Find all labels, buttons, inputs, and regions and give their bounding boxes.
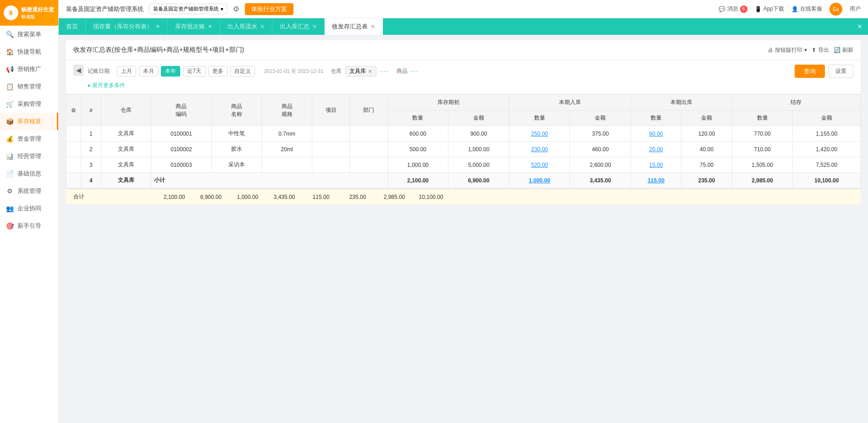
col-balance-qty: 数量 [732, 110, 793, 126]
total-opening-qty: 2,100.00 [156, 194, 193, 200]
col-opening-qty: 数量 [387, 110, 448, 126]
user-label: 用户 [850, 5, 861, 13]
tab-label: 收发存汇总表 [332, 22, 368, 31]
sidebar-item-营销推广[interactable]: 📢营销推广 [0, 60, 58, 78]
table-subtotal-row: 4 文具库 小计 2,100.00 6,900.00 1,000.00 3,43… [66, 173, 861, 188]
col-code: 商品编码 [151, 95, 212, 126]
date-btn-更多[interactable]: 更多 [208, 66, 227, 77]
page-content: 收发存汇总表(按仓库+商品编码+商品+规格型号+项目+部门) 🖨 按钮版打印 ▾… [59, 35, 868, 423]
refresh-action[interactable]: 🔄 刷新 [834, 46, 853, 54]
sidebar-label: 基础信息 [17, 170, 41, 178]
tab-出入库流水[interactable]: 出入库流水✕ [220, 18, 272, 35]
sidebar-label: 经营管理 [17, 152, 41, 160]
date-btn-本月[interactable]: 本月 [139, 66, 158, 77]
total-in-amt: 3,435.00 [266, 194, 303, 200]
messages-item[interactable]: 💬 消息 6 [719, 5, 747, 13]
sidebar-item-采购管理[interactable]: 🛒采购管理 [0, 95, 58, 113]
tab-label: 出入库汇总 [280, 22, 310, 31]
date-btn-近7天[interactable]: 近7天 [183, 66, 205, 77]
sidebar-item-库存核算[interactable]: 📦库存核算 [0, 113, 58, 130]
product-dots[interactable]: ··· [410, 67, 419, 76]
expand-filter-btn[interactable]: ▾ 展开更多条件 [88, 82, 853, 89]
sidebar-label: 搜索菜单 [17, 30, 41, 38]
tab-close-icon[interactable]: ✕ [155, 24, 160, 29]
tab-close-icon[interactable]: ✕ [208, 24, 212, 29]
total-balance-amt: 10,100.00 [413, 194, 449, 200]
warehouse-dots[interactable]: ··· [380, 67, 389, 76]
print-action[interactable]: 🖨 按钮版打印 ▾ [768, 46, 807, 54]
online-service-item[interactable]: 👤 在线客服 [791, 5, 822, 13]
logo-title: 畅捷通好生意 [21, 6, 54, 14]
sidebar-label: 库存核算 [17, 117, 41, 126]
trial-button[interactable]: 体验行业方案 [245, 3, 293, 15]
page-title: 收发存汇总表(按仓库+商品编码+商品+规格型号+项目+部门) [73, 46, 244, 54]
user-avatar[interactable]: Ea [829, 3, 842, 16]
system-select[interactable]: 装备及固定资产辅助管理系统 ▾ [149, 4, 227, 14]
tab-close-icon[interactable]: ✕ [260, 24, 265, 29]
tab-close-icon[interactable]: ✕ [370, 24, 375, 29]
total-balance-qty: 2,985.00 [376, 194, 413, 200]
table-row: 3 文具库 0100003 采访本 1,000.00 5,000.00 520.… [66, 157, 861, 173]
sidebar-item-系统管理[interactable]: ⚙系统管理 [0, 182, 58, 200]
sidebar-item-搜索菜单[interactable]: 🔍搜索菜单 [0, 26, 58, 43]
date-btn-自定义[interactable]: 自定义 [230, 66, 255, 77]
filter-bar: ◀ 记账日期 上月本月本年近7天更多自定义 2023-01-01 至 2023-… [66, 60, 861, 94]
date-label: 记账日期 [88, 67, 110, 75]
col-spec: 商品规格 [261, 95, 312, 126]
warehouse-tag-close[interactable]: ✕ [368, 68, 372, 75]
tab-库存批次账[interactable]: 库存批次账✕ [168, 18, 220, 35]
sidebar-icon: 🛒 [6, 100, 14, 108]
col-dept: 部门 [350, 95, 387, 126]
sidebar-label: 企业协同 [17, 204, 41, 213]
date-btn-本年[interactable]: 本年 [161, 66, 180, 77]
total-in-qty: 1,000.00 [229, 194, 266, 200]
sidebar-item-企业协同[interactable]: 👥企业协同 [0, 200, 58, 217]
sidebar-items: 🔍搜索菜单🏠快捷导航📢营销推广📋销售管理🛒采购管理📦库存核算💰资金管理📊经营管理… [0, 26, 58, 235]
topbar-settings-icon[interactable]: ⚙ [233, 5, 239, 13]
warehouse-tag[interactable]: 文具库 ✕ [345, 66, 376, 77]
app-download-label: App下载 [763, 5, 784, 13]
tab-close-icon[interactable]: ✕ [312, 24, 317, 29]
sidebar-item-销售管理[interactable]: 📋销售管理 [0, 78, 58, 95]
sidebar-label: 快捷导航 [17, 48, 41, 56]
col-out: 本期出库 [631, 95, 732, 110]
tab-现存量（库存分布表）[interactable]: 现存量（库存分布表）✕ [86, 18, 168, 35]
sidebar-label: 新手引导 [17, 222, 41, 230]
settings-button[interactable]: 设置 [829, 65, 853, 78]
tab-首页[interactable]: 首页 [59, 18, 86, 35]
total-label: 合计 [73, 193, 84, 200]
col-project: 项目 [312, 95, 350, 126]
sidebar-icon: 📊 [6, 153, 14, 160]
tab-收发存汇总表[interactable]: 收发存汇总表✕ [325, 18, 383, 35]
sidebar-item-基础信息[interactable]: 📄基础信息 [0, 165, 58, 182]
sidebar-item-经营管理[interactable]: 📊经营管理 [0, 148, 58, 165]
tab-label: 现存量（库存分布表） [93, 22, 153, 31]
sidebar-icon: 🏠 [6, 48, 14, 55]
date-buttons: 上月本月本年近7天更多自定义 [117, 66, 255, 77]
sidebar-icon: 📦 [6, 118, 14, 125]
product-label: 商品 [397, 67, 408, 75]
sidebar-icon: 📢 [6, 66, 14, 73]
table-config-header[interactable]: ⚙ [66, 95, 81, 126]
tab-label: 首页 [66, 22, 78, 31]
tab-出入库汇总[interactable]: 出入库汇总✕ [272, 18, 325, 35]
export-action[interactable]: ⬆ 导出 [812, 46, 829, 54]
query-button[interactable]: 查询 [795, 65, 825, 78]
col-out-amt: 金额 [681, 110, 732, 126]
sidebar-item-新手引导[interactable]: 🎯新手引导 [0, 217, 58, 235]
topbar: 装备及固定资产辅助管理系统 装备及固定资产辅助管理系统 ▾ ⚙ 体验行业方案 💬… [59, 0, 868, 18]
total-out-amt: 235.00 [339, 194, 376, 200]
dropdown-icon: ▾ [804, 47, 807, 53]
tab-label: 库存批次账 [175, 22, 205, 31]
sidebar-icon: 🔍 [6, 31, 14, 38]
tabbar-close-all[interactable]: ✕ [851, 23, 868, 30]
sidebar-item-资金管理[interactable]: 💰资金管理 [0, 130, 58, 148]
date-btn-上月[interactable]: 上月 [117, 66, 136, 77]
col-balance: 结存 [732, 95, 860, 110]
sidebar-item-快捷导航[interactable]: 🏠快捷导航 [0, 43, 58, 60]
app-download-item[interactable]: 📱 App下载 [755, 5, 784, 13]
sidebar-label: 采购管理 [17, 100, 41, 108]
collapse-btn[interactable]: ◀ [73, 65, 84, 76]
page-header: 收发存汇总表(按仓库+商品编码+商品+规格型号+项目+部门) 🖨 按钮版打印 ▾… [66, 40, 861, 60]
print-icon: 🖨 [768, 47, 773, 53]
